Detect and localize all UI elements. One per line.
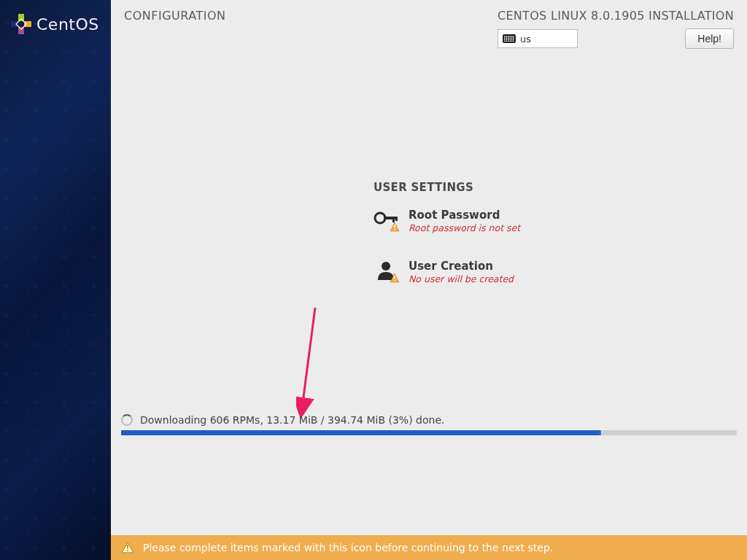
svg-rect-10 — [394, 225, 395, 228]
root-password-item[interactable]: Root Password Root password is not set — [374, 209, 680, 235]
svg-point-12 — [382, 262, 390, 271]
brand-name: CentOS — [36, 15, 99, 34]
svg-rect-20 — [127, 550, 128, 551]
header-right: CENTOS LINUX 8.0.1905 INSTALLATION us He… — [498, 9, 734, 49]
svg-rect-1 — [24, 21, 31, 27]
app-root: CentOS CONFIGURATION CENTOS LINUX 8.0.19… — [0, 0, 747, 560]
svg-rect-19 — [127, 545, 128, 549]
user-creation-item[interactable]: User Creation No user will be created — [374, 260, 680, 286]
svg-rect-6 — [384, 217, 397, 219]
root-password-title: Root Password — [409, 209, 520, 222]
svg-rect-15 — [394, 280, 395, 281]
header: CONFIGURATION CENTOS LINUX 8.0.1905 INST… — [124, 9, 734, 49]
user-icon — [374, 260, 398, 281]
progress-status-text: Downloading 606 RPMs, 13.17 MiB / 394.74… — [140, 414, 444, 426]
svg-line-17 — [302, 308, 315, 408]
user-creation-text: User Creation No user will be created — [409, 260, 514, 286]
svg-rect-2 — [18, 27, 24, 34]
progress-bar — [121, 430, 737, 435]
keyboard-layout-label: us — [520, 34, 531, 44]
annotation-arrow — [296, 305, 325, 421]
progress-area: Downloading 606 RPMs, 13.17 MiB / 394.74… — [121, 414, 737, 435]
header-controls: us Help! — [498, 28, 734, 49]
help-button[interactable]: Help! — [685, 28, 734, 49]
install-title: CENTOS LINUX 8.0.1905 INSTALLATION — [498, 9, 734, 23]
user-creation-title: User Creation — [409, 260, 514, 273]
keyboard-layout-indicator[interactable]: us — [498, 29, 578, 48]
user-settings-list: Root Password Root password is not set — [374, 209, 680, 310]
warning-badge-icon — [390, 222, 400, 232]
page-title: CONFIGURATION — [124, 9, 226, 23]
root-password-text: Root Password Root password is not set — [409, 209, 520, 235]
svg-rect-14 — [394, 276, 395, 279]
user-creation-subtitle: No user will be created — [409, 273, 514, 286]
key-icon — [374, 209, 398, 230]
user-settings-heading: USER SETTINGS — [374, 181, 473, 194]
root-password-subtitle: Root password is not set — [409, 222, 520, 235]
svg-rect-3 — [11, 21, 18, 27]
svg-rect-11 — [394, 229, 395, 230]
spinner-icon — [121, 414, 133, 426]
main-panel: CONFIGURATION CENTOS LINUX 8.0.1905 INST… — [111, 0, 747, 560]
footer-warning-bar: Please complete items marked with this i… — [111, 535, 747, 560]
centos-logo-icon — [10, 13, 32, 35]
svg-point-5 — [375, 213, 385, 223]
warning-badge-icon — [390, 273, 400, 283]
progress-fill — [121, 430, 601, 435]
progress-row: Downloading 606 RPMs, 13.17 MiB / 394.74… — [121, 414, 737, 426]
keyboard-icon — [503, 34, 516, 43]
warning-icon — [121, 541, 134, 554]
sidebar: CentOS — [0, 0, 111, 560]
footer-message: Please complete items marked with this i… — [143, 542, 553, 553]
svg-rect-8 — [395, 217, 398, 221]
svg-rect-0 — [18, 14, 24, 21]
brand-logo: CentOS — [10, 13, 99, 35]
